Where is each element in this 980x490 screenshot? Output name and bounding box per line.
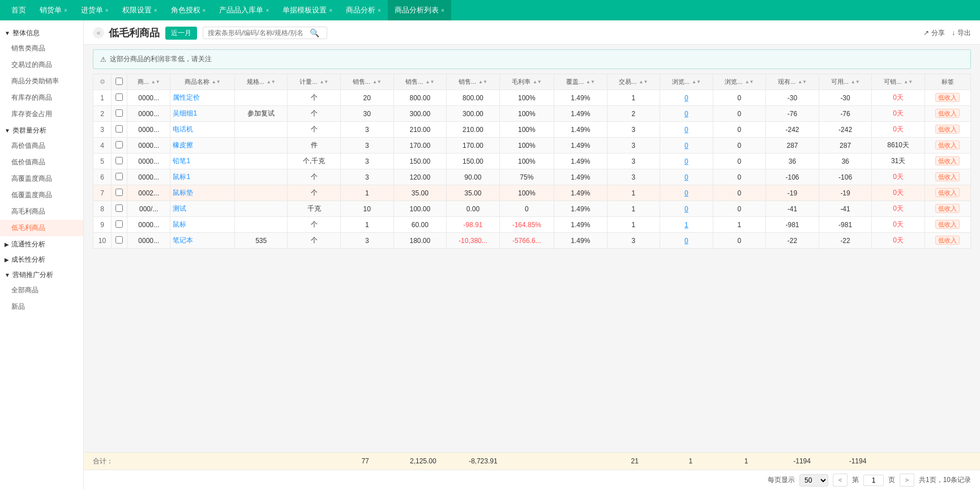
sidebar-item-all-goods[interactable]: 全部商品 [0,282,83,299]
nav-item-role-auth[interactable]: 角色授权 × [164,0,213,20]
cell-name[interactable]: 吴细细1 [170,106,235,122]
cell-checkbox[interactable] [112,90,127,106]
row-checkbox[interactable] [115,236,123,244]
cell-views1[interactable]: 0 [660,138,713,154]
nav-item-template[interactable]: 单据模板设置 × [276,0,339,20]
cell-name[interactable]: 鼠标1 [170,169,235,185]
cell-name[interactable]: 鼠标垫 [170,185,235,201]
share-button[interactable]: ↗ 分享 [923,28,945,38]
cell-name[interactable]: 鼠标 [170,217,235,233]
row-checkbox[interactable] [115,141,123,148]
sidebar-item-high-margin[interactable]: 高毛利商品 [0,203,83,220]
sort-icon[interactable]: ▲▼ [745,80,754,84]
cell-checkbox[interactable] [112,217,127,233]
sort-icon[interactable]: ▲▼ [851,80,860,84]
cell-checkbox[interactable] [112,122,127,138]
close-icon[interactable]: × [266,7,269,14]
nav-item-product-analysis[interactable]: 商品分析 × [339,0,388,20]
select-all-checkbox[interactable] [115,78,123,85]
row-checkbox[interactable] [115,220,123,228]
row-checkbox[interactable] [115,157,123,164]
page-number-input[interactable] [863,475,884,486]
cell-views1[interactable]: 0 [660,90,713,106]
close-icon[interactable]: × [441,7,444,14]
sort-icon[interactable]: ▲▼ [904,80,913,84]
prev-page-btn[interactable]: ＜ [833,474,848,487]
sort-icon[interactable]: ▲▼ [426,80,435,84]
sort-icon[interactable]: ▲▼ [478,80,487,84]
cell-views1[interactable]: 0 [660,122,713,138]
sidebar-item-sales-goods[interactable]: 销售类商品 [0,40,83,57]
sidebar-group-marketing[interactable]: ▼ 营销推广分析 [0,267,83,282]
cell-checkbox[interactable] [112,154,127,169]
sort-icon[interactable]: ▲▼ [267,80,276,84]
sidebar-item-in-stock[interactable]: 有库存的商品 [0,90,83,106]
search-icon[interactable]: 🔍 [310,28,319,37]
close-icon[interactable]: × [378,7,381,14]
cell-views1[interactable]: 0 [660,154,713,169]
row-checkbox[interactable] [115,109,123,117]
cell-checkbox[interactable] [112,138,127,154]
sidebar-group-cluster[interactable]: ▼ 类群量分析 [0,122,83,138]
sidebar-item-new-goods[interactable]: 新品 [0,299,83,315]
sort-icon[interactable]: ▲▼ [212,80,221,84]
sidebar-item-high-value[interactable]: 高价值商品 [0,138,83,154]
page-size-select[interactable]: 50 20 100 [799,474,828,487]
nav-item-analysis-list[interactable]: 商品分析列表 × [388,0,451,20]
cell-views1[interactable]: 0 [660,185,713,201]
cell-name[interactable]: 笔记本 [170,233,235,249]
nav-item-sales[interactable]: 销货单 × [33,0,74,20]
cell-checkbox[interactable] [112,106,127,122]
cell-checkbox[interactable] [112,185,127,201]
cell-name[interactable]: 铅笔1 [170,154,235,169]
nav-item-home[interactable]: 首页 [5,0,33,20]
sort-icon[interactable]: ▲▼ [692,80,701,84]
cell-views1[interactable]: 0 [660,169,713,185]
row-checkbox[interactable] [115,173,123,180]
nav-item-product-entry[interactable]: 产品品入库单 × [212,0,276,20]
nav-item-permissions[interactable]: 权限设置 × [115,0,164,20]
sort-icon[interactable]: ▲▼ [639,80,648,84]
sidebar-item-low-value[interactable]: 低价值商品 [0,154,83,171]
settings-icon[interactable]: ⚙ [100,78,105,85]
cell-views1[interactable]: 0 [660,201,713,217]
sidebar-item-high-coverage[interactable]: 高覆盖度商品 [0,171,83,187]
sort-icon[interactable]: ▲▼ [373,80,382,84]
sort-icon[interactable]: ▲▼ [319,80,328,84]
close-icon[interactable]: × [329,7,332,14]
cell-name[interactable]: 橡皮擦 [170,138,235,154]
close-icon[interactable]: × [154,7,157,14]
collapse-sidebar-btn[interactable]: « [93,27,104,39]
sidebar-item-traded-goods[interactable]: 交易过的商品 [0,57,83,73]
sort-icon[interactable]: ▲▼ [586,80,595,84]
sidebar-group-growth[interactable]: ▶ 成长性分析 [0,252,83,267]
cell-checkbox[interactable] [112,169,127,185]
cell-views1[interactable]: 0 [660,233,713,249]
close-icon[interactable]: × [64,7,67,14]
row-checkbox[interactable] [115,93,123,101]
sidebar-item-category-rate[interactable]: 商品分类助销率 [0,73,83,90]
sidebar-item-capital[interactable]: 库存资金占用 [0,106,83,122]
cell-checkbox[interactable] [112,233,127,249]
cell-views1[interactable]: 1 [660,217,713,233]
export-button[interactable]: ↓ 导出 [952,28,971,38]
cell-checkbox[interactable] [112,201,127,217]
cell-views1[interactable]: 0 [660,106,713,122]
sidebar-group-flow[interactable]: ▶ 流通性分析 [0,236,83,252]
cell-name[interactable]: 电话机 [170,122,235,138]
sort-icon[interactable]: ▲▼ [533,80,542,84]
th-settings[interactable]: ⚙ [93,74,112,90]
period-button[interactable]: 近一月 [165,27,197,40]
row-checkbox[interactable] [115,189,123,196]
sidebar-group-overall[interactable]: ▼ 整体信息 [0,25,83,40]
row-checkbox[interactable] [115,204,123,212]
sort-icon[interactable]: ▲▼ [798,80,807,84]
close-icon[interactable]: × [105,7,109,14]
row-checkbox[interactable] [115,125,123,133]
cell-name[interactable]: 测试 [170,201,235,217]
sidebar-item-low-coverage[interactable]: 低覆盖度商品 [0,187,83,203]
nav-item-purchase[interactable]: 进货单 × [74,0,115,20]
cell-name[interactable]: 属性定价 [170,90,235,106]
search-input[interactable] [208,29,310,37]
close-icon[interactable]: × [203,7,206,14]
